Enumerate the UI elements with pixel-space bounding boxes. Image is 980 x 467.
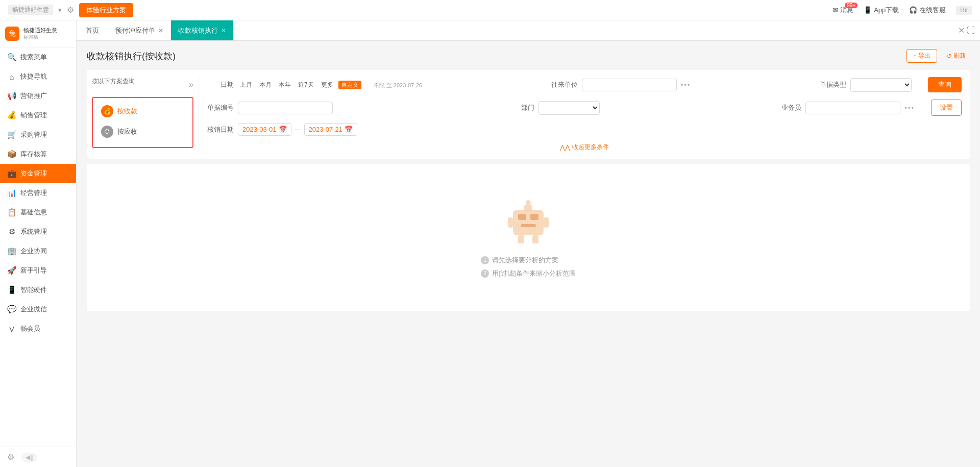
doc-type-field: 单据类型 — [820, 78, 912, 92]
export-btn[interactable]: ↑ 导出 — [906, 49, 937, 63]
verify-date-field: 核销日期 2023-03-01 📅 — 2023-07-21 📅 — [207, 123, 357, 136]
sidebar-item-sales[interactable]: 💰 销售管理 — [0, 106, 76, 125]
filter-scheme-panel: 按以下方案查询 » 💰 按收款 ⏱ 按应收 — [87, 77, 199, 152]
tab-prepay-close[interactable]: ✕ — [158, 27, 163, 34]
date-label: 日期 — [207, 80, 234, 89]
sidebar-item-quick-nav[interactable]: ⌂ 快捷导航 — [0, 67, 76, 86]
partner-more-icon[interactable]: ••• — [681, 81, 691, 89]
filter-row-2: 单据编号 部门 业务员 — [207, 100, 962, 116]
filter-option-payable-label: 按应收 — [117, 127, 137, 136]
page-actions: ↑ 导出 ↺ 刷新 — [906, 49, 970, 63]
sidebar-item-vip[interactable]: V 畅会员 — [0, 319, 76, 338]
message-btn[interactable]: ✉ 消息 99+ — [832, 6, 853, 15]
sidebar-label-operations: 经营管理 — [20, 188, 47, 198]
dept-label: 部门 — [508, 103, 534, 112]
refresh-btn[interactable]: ↺ 刷新 — [942, 49, 970, 63]
date-btn-custom[interactable]: 自定义 — [338, 81, 361, 89]
user-info[interactable]: Rit — [956, 6, 972, 15]
date-btn-7days[interactable]: 近7天 — [296, 80, 316, 90]
svg-rect-1 — [518, 214, 526, 220]
message-badge: 99+ — [845, 3, 857, 8]
receipt-option-icon: 💰 — [101, 105, 113, 117]
filter-scheme-collapse-icon[interactable]: » — [189, 80, 193, 89]
sidebar-item-wechat[interactable]: 💬 企业微信 — [0, 300, 76, 319]
svg-rect-6 — [508, 217, 513, 228]
verify-date-label: 核销日期 — [207, 125, 234, 134]
sidebar-item-funds[interactable]: 💼 资金管理 — [0, 164, 76, 183]
industry-btn[interactable]: 体验行业方案 — [79, 3, 133, 17]
sidebar-item-guide[interactable]: 🚀 新手引导 — [0, 261, 76, 280]
svg-rect-0 — [513, 210, 544, 235]
sidebar-item-purchase[interactable]: 🛒 采购管理 — [0, 125, 76, 144]
tab-collect-close[interactable]: ✕ — [221, 27, 226, 34]
sidebar-label-marketing: 营销推广 — [20, 91, 47, 101]
filter-selected-box: 💰 按收款 ⏱ 按应收 — [92, 97, 193, 148]
tab-home[interactable]: 首页 — [77, 20, 108, 40]
service-label: 在线客服 — [919, 6, 946, 15]
svg-rect-2 — [530, 214, 538, 220]
tab-prepay[interactable]: 预付冲应付单 ✕ — [108, 20, 171, 40]
sidebar-label-wechat: 企业微信 — [20, 305, 47, 314]
sidebar-label-inventory: 库存核算 — [20, 150, 47, 159]
partner-input[interactable] — [582, 79, 677, 91]
main-layout: 兔 畅捷通好生意 标准版 🔍 搜索菜单 ⌂ 快捷导航 📢 营销推广 💰 销售管理 — [0, 20, 980, 467]
vip-icon: V — [7, 325, 16, 333]
sidebar-item-basic-info[interactable]: 📋 基础信息 — [0, 203, 76, 222]
sidebar-collapse-btn[interactable]: ◀‖ — [21, 453, 37, 462]
tab-close-all-icon[interactable]: ✕ — [958, 26, 965, 35]
filter-scheme-title: 按以下方案查询 — [92, 77, 135, 86]
collapse-up-icon: ⋀⋀ — [560, 144, 570, 151]
sidebar-item-search[interactable]: 🔍 搜索菜单 — [0, 47, 76, 67]
query-btn[interactable]: 查询 — [928, 77, 962, 92]
doc-number-input[interactable] — [238, 102, 333, 114]
footer-gear-icon[interactable]: ⚙ — [7, 452, 14, 462]
sidebar-label-enterprise: 企业协同 — [20, 247, 47, 256]
tab-expand-icon[interactable]: ⛶ — [967, 26, 975, 35]
empty-state: 1 请先选择要分析的方案 2 用[过滤]条件来缩小分析范围 — [87, 164, 970, 311]
sidebar-label-system: 系统管理 — [20, 227, 47, 236]
verify-date-start-input[interactable]: 2023-03-01 📅 — [238, 123, 291, 136]
verify-date-end-input[interactable]: 2023-07-21 📅 — [304, 123, 358, 136]
sidebar-item-hardware[interactable]: 📱 智能硬件 — [0, 280, 76, 300]
brand-text: 畅捷通好生意 标准版 — [23, 27, 57, 41]
sidebar-label-purchase: 采购管理 — [20, 130, 47, 139]
filter-option-by-receipt[interactable]: 💰 按收款 — [97, 102, 188, 120]
sidebar-item-inventory[interactable]: 📦 库存核算 — [0, 144, 76, 164]
svg-rect-8 — [518, 235, 524, 243]
sidebar-item-marketing[interactable]: 📢 营销推广 — [0, 86, 76, 106]
filter-row-3: 核销日期 2023-03-01 📅 — 2023-07-21 📅 — [207, 123, 962, 136]
sidebar-item-system[interactable]: ⚙ 系统管理 — [0, 222, 76, 241]
date-btn-last-month[interactable]: 上月 — [238, 80, 254, 90]
verify-date-range: 2023-03-01 📅 — 2023-07-21 📅 — [238, 123, 357, 136]
staff-label: 业务员 — [775, 103, 801, 112]
tab-collect[interactable]: 收款核销执行 ✕ — [171, 20, 234, 40]
hardware-icon: 📱 — [7, 285, 16, 294]
sidebar-item-operations[interactable]: 📊 经营管理 — [0, 183, 76, 203]
dept-field: 部门 — [508, 101, 600, 115]
calendar-end-icon: 📅 — [345, 126, 353, 133]
sidebar-item-enterprise[interactable]: 🏢 企业协同 — [0, 241, 76, 261]
robot-svg — [498, 194, 559, 245]
date-btn-more[interactable]: 更多 — [319, 80, 335, 90]
filter-row-1: 日期 上月 本月 本年 近7天 更多 自定义 不限 至 2023-0 — [207, 77, 962, 92]
verify-date-end-value: 2023-07-21 — [309, 126, 343, 133]
settings-icon[interactable]: ⚙ — [67, 5, 74, 15]
staff-input[interactable] — [805, 102, 900, 114]
date-btn-this-month[interactable]: 本月 — [257, 80, 274, 90]
staff-more-icon[interactable]: ••• — [904, 104, 915, 112]
wechat-icon: 💬 — [7, 305, 16, 314]
collapse-more-btn[interactable]: ⋀⋀ 收起更多条件 — [207, 143, 962, 152]
dept-select[interactable] — [538, 101, 600, 115]
headset-icon: 🎧 — [909, 6, 917, 14]
app-download-btn[interactable]: 📱 App下载 — [864, 6, 899, 15]
doc-type-select[interactable] — [850, 78, 912, 92]
search-icon: 🔍 — [7, 53, 16, 62]
content-area: 首页 预付冲应付单 ✕ 收款核销执行 ✕ ✕ ⛶ 收款核销执行(按收款) — [77, 20, 980, 467]
service-btn[interactable]: 🎧 在线客服 — [909, 6, 946, 15]
filter-option-by-payable[interactable]: ⏱ 按应收 — [97, 122, 188, 141]
tip-num-2: 2 — [481, 269, 489, 278]
tip-text-2: 用[过滤]条件来缩小分析范围 — [492, 267, 575, 280]
dropdown-icon[interactable]: ▾ — [58, 6, 62, 14]
settings-btn[interactable]: 设置 — [931, 100, 962, 116]
date-btn-this-year[interactable]: 本年 — [277, 80, 293, 90]
